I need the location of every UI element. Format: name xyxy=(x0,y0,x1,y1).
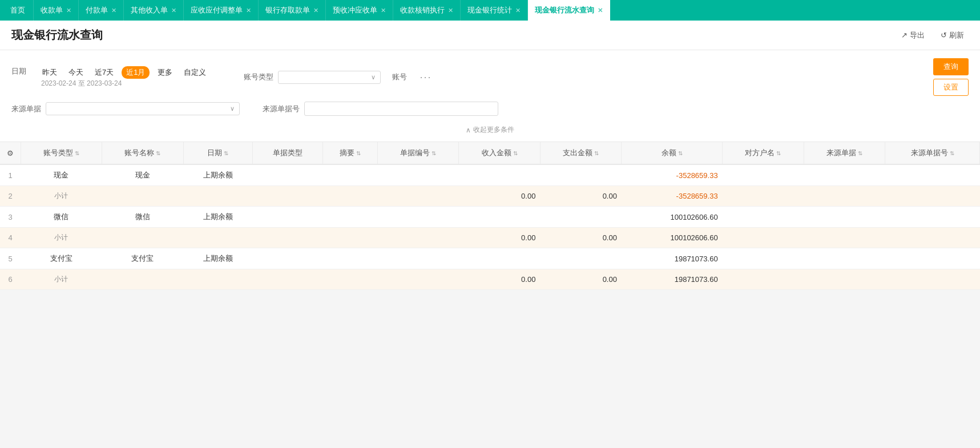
sort-icon: ⇅ xyxy=(356,150,361,156)
date-option[interactable]: 近1月 xyxy=(122,66,150,79)
col-label: 账号名称 xyxy=(124,148,154,157)
cell-account_type: 现金 xyxy=(21,164,102,186)
date-option[interactable]: 近7天 xyxy=(91,66,117,79)
nav-tab[interactable]: 银行存取款单✕ xyxy=(259,0,326,21)
date-options: 昨天今天近7天近1月更多自定义 xyxy=(39,66,209,79)
cell-account_name: 现金 xyxy=(102,164,184,186)
filter-row-2: 来源单据 ∨ 来源单据号 xyxy=(11,102,969,116)
close-icon[interactable]: ✕ xyxy=(171,7,176,14)
close-icon[interactable]: ✕ xyxy=(598,7,603,14)
nav-tab[interactable]: 其他收入单✕ xyxy=(124,0,184,21)
date-option[interactable]: 自定义 xyxy=(180,66,209,79)
cell-account_name: 微信 xyxy=(102,207,184,228)
cell-balance: 19871073.60 xyxy=(622,248,723,269)
source-doc-select[interactable]: ∨ xyxy=(46,102,240,115)
date-option[interactable]: 昨天 xyxy=(39,66,61,79)
settings-button[interactable]: 设置 xyxy=(933,79,969,96)
source-doc-num-group: 来源单据号 xyxy=(263,102,498,116)
refresh-icon: ↺ xyxy=(941,31,947,39)
account-type-select[interactable]: ∨ xyxy=(278,71,381,84)
col-header-source_doc_no[interactable]: 来源单据号⇅ xyxy=(885,142,980,164)
collapse-icon: ∧ xyxy=(466,126,471,134)
nav-tab-label: 预收冲应收单 xyxy=(333,5,377,15)
col-header-account_name[interactable]: 账号名称⇅ xyxy=(102,142,184,164)
cell-num: 1 xyxy=(0,164,21,186)
col-header-counterparty[interactable]: 对方户名⇅ xyxy=(723,142,804,164)
close-icon[interactable]: ✕ xyxy=(313,7,318,14)
query-button[interactable]: 查询 xyxy=(933,58,969,75)
date-option[interactable]: 今天 xyxy=(65,66,87,79)
nav-tab[interactable]: 付款单✕ xyxy=(79,0,124,21)
cell-summary xyxy=(322,269,377,290)
nav-tab[interactable]: 收款单✕ xyxy=(34,0,79,21)
nav-home[interactable]: 首页 xyxy=(2,0,34,21)
refresh-button[interactable]: ↺ 刷新 xyxy=(936,28,969,43)
cell-account_type: 微信 xyxy=(21,207,102,228)
date-option[interactable]: 更多 xyxy=(154,66,176,79)
nav-tab[interactable]: 现金银行流水查询✕ xyxy=(528,0,610,21)
nav-tab[interactable]: 应收应付调整单✕ xyxy=(184,0,259,21)
col-header-date[interactable]: 日期⇅ xyxy=(183,142,252,164)
filter-actions: 查询 设置 xyxy=(933,58,969,96)
settings-icon[interactable]: ⚙ xyxy=(7,149,14,158)
sort-icon: ⇅ xyxy=(594,150,599,156)
page-header: 现金银行流水查询 ↗ 导出 ↺ 刷新 xyxy=(0,21,980,50)
source-doc-num-input[interactable] xyxy=(304,102,498,116)
nav-tab-label: 现金银行流水查询 xyxy=(535,5,594,15)
cell-source_doc_no xyxy=(885,164,980,186)
cell-date xyxy=(183,269,252,290)
sort-icon: ⇅ xyxy=(858,150,862,156)
col-label: 来源单据 xyxy=(826,148,856,157)
close-icon[interactable]: ✕ xyxy=(246,7,251,14)
cell-source_doc xyxy=(804,207,885,228)
cell-expense: 0.00 xyxy=(540,228,622,248)
cell-num: 2 xyxy=(0,186,21,207)
data-table: ⚙账号类型⇅账号名称⇅日期⇅单据类型摘要⇅单据编号⇅收入金额⇅支出金额⇅余额⇅对… xyxy=(0,142,980,290)
cell-account_type: 小计 xyxy=(21,269,102,290)
cell-doc_no xyxy=(377,186,459,207)
cell-summary xyxy=(322,248,377,269)
col-label: 单据类型 xyxy=(273,148,303,157)
top-nav: 首页 收款单✕付款单✕其他收入单✕应收应付调整单✕银行存取款单✕预收冲应收单✕收… xyxy=(0,0,980,21)
collapse-bar[interactable]: ∧ 收起更多条件 xyxy=(11,122,969,136)
export-label: 导出 xyxy=(910,30,925,41)
col-header-gear: ⚙ xyxy=(0,142,21,164)
cell-doc_type xyxy=(252,207,322,228)
cell-date xyxy=(183,228,252,248)
col-header-balance[interactable]: 余额⇅ xyxy=(622,142,723,164)
page-title: 现金银行流水查询 xyxy=(11,27,103,43)
cell-summary xyxy=(322,228,377,248)
nav-tab[interactable]: 收款核销执行✕ xyxy=(393,0,461,21)
cell-doc_type xyxy=(252,164,322,186)
cell-doc_no xyxy=(377,228,459,248)
col-label: 摘要 xyxy=(340,148,354,157)
nav-tab[interactable]: 预收冲应收单✕ xyxy=(326,0,393,21)
col-header-account_type[interactable]: 账号类型⇅ xyxy=(21,142,102,164)
nav-tab[interactable]: 现金银行统计✕ xyxy=(461,0,528,21)
close-icon[interactable]: ✕ xyxy=(66,7,71,14)
export-button[interactable]: ↗ 导出 xyxy=(897,28,929,43)
col-header-summary[interactable]: 摘要⇅ xyxy=(322,142,377,164)
nav-tab-label: 付款单 xyxy=(86,5,108,15)
table-row: 2小计0.000.00-3528659.33 xyxy=(0,186,980,207)
close-icon[interactable]: ✕ xyxy=(515,7,521,14)
col-header-income[interactable]: 收入金额⇅ xyxy=(459,142,541,164)
cell-counterparty xyxy=(723,164,804,186)
cell-num: 6 xyxy=(0,269,21,290)
cell-income xyxy=(459,207,541,228)
close-icon[interactable]: ✕ xyxy=(448,7,453,14)
account-dots[interactable]: ··· xyxy=(420,71,431,83)
account-label: 账号 xyxy=(392,72,415,82)
cell-counterparty xyxy=(723,186,804,207)
cell-doc_no xyxy=(377,207,459,228)
close-icon[interactable]: ✕ xyxy=(381,7,386,14)
sort-icon: ⇅ xyxy=(156,150,160,156)
col-header-source_doc[interactable]: 来源单据⇅ xyxy=(804,142,885,164)
col-header-doc_no[interactable]: 单据编号⇅ xyxy=(377,142,459,164)
col-header-expense[interactable]: 支出金额⇅ xyxy=(540,142,622,164)
col-label: 单据编号 xyxy=(400,148,430,157)
col-label: 对方户名 xyxy=(745,148,775,157)
col-label: 收入金额 xyxy=(482,148,511,157)
close-icon[interactable]: ✕ xyxy=(111,7,116,14)
col-label: 来源单据号 xyxy=(911,148,948,157)
